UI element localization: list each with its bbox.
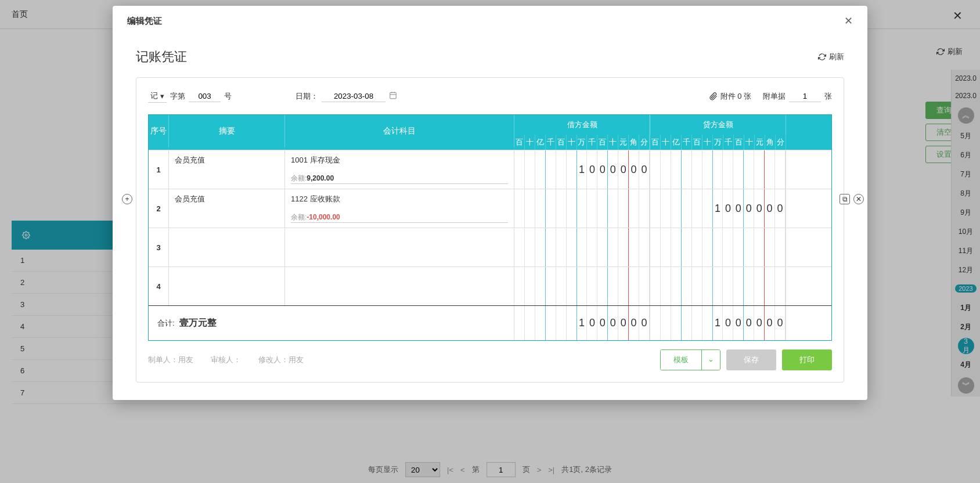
digit-cell[interactable]: 1	[713, 189, 723, 228]
digit-cell[interactable]	[525, 228, 535, 266]
digit-cell[interactable]	[597, 228, 608, 266]
digit-cell[interactable]	[546, 267, 556, 305]
digit-cell[interactable]	[525, 267, 535, 305]
debit-cell[interactable]	[514, 189, 650, 228]
digit-cell[interactable]	[702, 228, 713, 266]
voucher-number-input[interactable]	[189, 91, 221, 102]
digit-cell[interactable]	[671, 150, 682, 189]
digit-cell[interactable]	[567, 267, 577, 305]
digit-cell[interactable]: 0	[733, 189, 744, 228]
close-icon[interactable]: ✕	[844, 15, 853, 27]
digit-cell[interactable]	[546, 228, 556, 266]
copy-row-icon[interactable]: ⧉	[840, 194, 850, 204]
chevron-down-icon[interactable]: ⌄	[701, 350, 720, 370]
digit-cell[interactable]	[765, 150, 775, 189]
digit-cell[interactable]: 0	[723, 189, 733, 228]
digit-cell[interactable]	[733, 150, 744, 189]
delete-row-icon[interactable]: ✕	[853, 194, 864, 204]
digit-cell[interactable]	[546, 150, 556, 189]
summary-cell[interactable]	[169, 228, 285, 266]
digit-cell[interactable]	[597, 189, 608, 228]
digit-cell[interactable]: 0	[629, 306, 639, 340]
digit-cell[interactable]	[546, 189, 556, 228]
digit-cell[interactable]: 1	[577, 306, 588, 340]
digit-cell[interactable]	[775, 267, 786, 305]
digit-cell[interactable]	[754, 150, 765, 189]
digit-cell[interactable]	[713, 150, 723, 189]
digit-cell[interactable]	[682, 150, 692, 189]
digit-cell[interactable]	[567, 189, 577, 228]
digit-cell[interactable]	[682, 189, 692, 228]
digit-cell[interactable]	[702, 189, 713, 228]
digit-cell[interactable]	[567, 306, 577, 340]
digit-cell[interactable]	[713, 267, 723, 305]
digit-cell[interactable]	[639, 267, 650, 305]
digit-cell[interactable]: 0	[587, 306, 597, 340]
digit-cell[interactable]	[514, 306, 525, 340]
prefix-select[interactable]: 记 ▾	[148, 89, 167, 103]
digit-cell[interactable]	[535, 267, 546, 305]
summary-cell[interactable]	[169, 267, 285, 305]
digit-cell[interactable]	[629, 267, 639, 305]
digit-cell[interactable]	[597, 267, 608, 305]
template-button[interactable]: 模板 ⌄	[660, 349, 720, 370]
digit-cell[interactable]	[556, 306, 567, 340]
digit-cell[interactable]	[661, 306, 671, 340]
digit-cell[interactable]	[639, 189, 650, 228]
digit-cell[interactable]	[639, 228, 650, 266]
digit-cell[interactable]: 0	[629, 150, 639, 189]
digit-cell[interactable]	[577, 228, 588, 266]
receipt-input[interactable]	[789, 91, 821, 102]
subject-cell[interactable]: 1122 应收账款余额:-10,000.00	[285, 189, 514, 228]
digit-cell[interactable]	[608, 267, 618, 305]
digit-cell[interactable]	[608, 189, 618, 228]
digit-cell[interactable]: 0	[608, 306, 618, 340]
subject-cell[interactable]: 1001 库存现金余额:9,200.00	[285, 150, 514, 189]
digit-cell[interactable]	[682, 306, 692, 340]
digit-cell[interactable]: 0	[765, 189, 775, 228]
digit-cell[interactable]	[556, 150, 567, 189]
digit-cell[interactable]	[754, 228, 765, 266]
digit-cell[interactable]: 0	[723, 306, 733, 340]
digit-cell[interactable]	[692, 306, 702, 340]
digit-cell[interactable]	[535, 228, 546, 266]
digit-cell[interactable]	[629, 228, 639, 266]
digit-cell[interactable]	[692, 189, 702, 228]
digit-cell[interactable]: 0	[618, 150, 629, 189]
digit-cell[interactable]	[744, 267, 754, 305]
credit-cell[interactable]	[650, 150, 786, 189]
digit-cell[interactable]	[587, 267, 597, 305]
digit-cell[interactable]	[650, 306, 661, 340]
date-input[interactable]	[322, 91, 385, 102]
digit-cell[interactable]	[629, 189, 639, 228]
save-button[interactable]: 保存	[726, 349, 776, 370]
refresh-button[interactable]: 刷新	[818, 52, 844, 62]
digit-cell[interactable]: 0	[744, 306, 754, 340]
digit-cell[interactable]	[723, 228, 733, 266]
digit-cell[interactable]	[577, 189, 588, 228]
digit-cell[interactable]	[733, 228, 744, 266]
digit-cell[interactable]	[723, 150, 733, 189]
digit-cell[interactable]	[744, 150, 754, 189]
digit-cell[interactable]	[535, 150, 546, 189]
digit-cell[interactable]	[671, 228, 682, 266]
subject-cell[interactable]	[285, 267, 514, 305]
digit-cell[interactable]	[556, 267, 567, 305]
digit-cell[interactable]	[671, 189, 682, 228]
digit-cell[interactable]	[661, 189, 671, 228]
digit-cell[interactable]	[671, 267, 682, 305]
digit-cell[interactable]	[765, 228, 775, 266]
digit-cell[interactable]	[567, 150, 577, 189]
digit-cell[interactable]	[733, 267, 744, 305]
digit-cell[interactable]	[567, 228, 577, 266]
calendar-icon[interactable]	[389, 91, 397, 101]
digit-cell[interactable]: 0	[587, 150, 597, 189]
digit-cell[interactable]	[618, 189, 629, 228]
subject-cell[interactable]	[285, 228, 514, 266]
digit-cell[interactable]	[618, 267, 629, 305]
digit-cell[interactable]	[608, 228, 618, 266]
digit-cell[interactable]	[702, 267, 713, 305]
digit-cell[interactable]	[650, 228, 661, 266]
digit-cell[interactable]	[546, 306, 556, 340]
digit-cell[interactable]: 0	[754, 306, 765, 340]
